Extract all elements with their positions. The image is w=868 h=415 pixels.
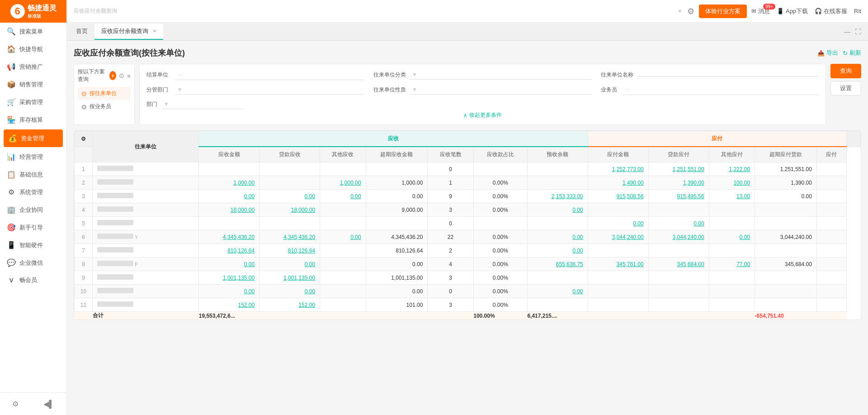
maximize-icon[interactable]: ⛶ xyxy=(855,28,861,35)
cell-ar-amount[interactable]: 4,345,436.20 xyxy=(199,230,259,244)
sidebar-item-inventory[interactable]: 🏪 库存核算 xyxy=(0,111,66,129)
settings-bottom-icon[interactable]: ⚙ xyxy=(10,397,21,410)
add-filter-button[interactable]: + xyxy=(109,71,116,80)
filter-collapse-icon[interactable]: « xyxy=(127,72,131,79)
app-download-button[interactable]: 📱 App下载 xyxy=(777,7,808,15)
cell-ap-amount[interactable] xyxy=(588,244,648,258)
cell-ap-amount[interactable]: 915,508.56 xyxy=(588,190,648,203)
cell-ar-amount[interactable] xyxy=(199,162,259,176)
col-settings-gear[interactable]: ⚙ xyxy=(75,131,93,147)
query-button[interactable]: 查询 xyxy=(830,64,861,78)
sidebar-item-vip[interactable]: V 畅会员 xyxy=(0,272,66,289)
cell-advance[interactable]: 0.00 xyxy=(527,285,588,298)
cell-loan-ar[interactable]: 4,345,436.20 xyxy=(259,230,320,244)
dept-select[interactable]: ▼ xyxy=(161,100,243,109)
sidebar-item-hardware[interactable]: 📱 智能硬件 xyxy=(0,236,66,254)
cell-ap-amount[interactable]: 1,490.00 xyxy=(588,176,648,190)
refresh-button[interactable]: ↻ 刷新 xyxy=(843,49,861,57)
cell-other-ar[interactable]: 0.00 xyxy=(320,230,366,244)
cell-advance[interactable]: 0.00 xyxy=(527,203,588,217)
header-settings-icon[interactable]: ⚙ xyxy=(687,6,694,16)
cell-other-ap[interactable]: 1,222.00 xyxy=(709,162,755,176)
cell-loan-ap[interactable] xyxy=(648,203,709,217)
cell-loan-ar[interactable]: 18,000.00 xyxy=(259,203,320,217)
unit-name-input[interactable] xyxy=(637,73,819,76)
cell-loan-ar[interactable]: 1,001,135.00 xyxy=(259,271,320,285)
filter-by-staff[interactable]: ⊙ 按业务员 xyxy=(78,100,131,113)
cell-other-ar[interactable]: 1,000.00 xyxy=(320,176,366,190)
dropdown-arrow[interactable]: ▼ xyxy=(677,8,683,14)
cell-ar-amount[interactable] xyxy=(199,217,259,230)
cell-ar-amount[interactable]: 810,126.64 xyxy=(199,244,259,258)
cell-advance[interactable]: 0.00 xyxy=(527,244,588,258)
cell-loan-ap[interactable] xyxy=(648,285,709,298)
settings-button[interactable]: 设置 xyxy=(830,81,861,95)
filter-by-unit[interactable]: ⊙ 按往来单位 xyxy=(78,87,131,100)
cell-ap-amount[interactable]: 1,252,773.00 xyxy=(588,162,648,176)
cell-other-ar[interactable] xyxy=(320,217,366,230)
sidebar-item-purchase[interactable]: 🛒 采购管理 xyxy=(0,93,66,111)
cell-other-ap[interactable]: 13.00 xyxy=(709,190,755,203)
cell-ap-amount[interactable]: 0.00 xyxy=(588,217,648,230)
cell-other-ar[interactable] xyxy=(320,203,366,217)
cell-ap-amount[interactable] xyxy=(588,203,648,217)
cell-ar-amount[interactable]: 1,000.00 xyxy=(199,176,259,190)
cell-other-ap[interactable] xyxy=(709,203,755,217)
tab-home[interactable]: 首页 xyxy=(69,24,94,40)
cell-ap-amount[interactable] xyxy=(588,298,648,312)
sidebar-item-finance[interactable]: 💰 资金管理 xyxy=(4,129,63,147)
tab-close-icon[interactable]: ✕ xyxy=(153,29,156,33)
cell-loan-ap[interactable]: 915,495.56 xyxy=(648,190,709,203)
cell-loan-ap[interactable] xyxy=(648,298,709,312)
cell-other-ar[interactable]: 0.00 xyxy=(320,190,366,203)
cell-loan-ap[interactable]: 345,684.00 xyxy=(648,258,709,271)
cell-advance[interactable] xyxy=(527,162,588,176)
cell-other-ap[interactable] xyxy=(709,271,755,285)
cell-other-ar[interactable] xyxy=(320,285,366,298)
sidebar-item-search-menu[interactable]: 🔍 搜索菜单 xyxy=(0,23,66,40)
cell-other-ar[interactable] xyxy=(320,244,366,258)
export-button[interactable]: 📤 导出 xyxy=(817,49,838,57)
cell-advance[interactable] xyxy=(527,176,588,190)
user-info[interactable]: Rit xyxy=(854,8,861,14)
cell-advance[interactable] xyxy=(527,298,588,312)
sidebar-item-wechat[interactable]: 💬 企业微信 xyxy=(0,254,66,272)
cell-other-ar[interactable] xyxy=(320,162,366,176)
minimize-icon[interactable]: — xyxy=(844,28,850,35)
unit-nature-select[interactable]: ▼ xyxy=(410,85,591,95)
cell-other-ap[interactable] xyxy=(709,217,755,230)
cell-ap-amount[interactable]: 345,761.00 xyxy=(588,258,648,271)
tab-ar-ap[interactable]: 应收应付余额查询 ✕ xyxy=(94,24,163,40)
filter-option-edit-icon[interactable]: ⊙ xyxy=(119,72,124,79)
cell-advance[interactable] xyxy=(527,217,588,230)
cell-loan-ap[interactable] xyxy=(648,244,709,258)
cell-other-ar[interactable] xyxy=(320,258,366,271)
cell-ap-amount[interactable] xyxy=(588,285,648,298)
cell-loan-ar[interactable]: 0.00 xyxy=(259,258,320,271)
cell-advance[interactable] xyxy=(527,271,588,285)
cell-ar-amount[interactable]: 152.00 xyxy=(199,298,259,312)
cell-other-ap[interactable]: 100.00 xyxy=(709,176,755,190)
cell-other-ap[interactable] xyxy=(709,285,755,298)
message-button[interactable]: ✉ 消息 99+ xyxy=(751,7,770,15)
cell-ar-amount[interactable]: 0.00 xyxy=(199,285,259,298)
settlement-unit-input[interactable]: ··· xyxy=(175,70,364,80)
online-service-button[interactable]: 🎧 在线客服 xyxy=(815,7,847,15)
cell-ap-amount[interactable] xyxy=(588,271,648,285)
cell-advance[interactable]: 655,636.75 xyxy=(527,258,588,271)
sidebar-item-enterprise[interactable]: 🏢 企业协同 xyxy=(0,201,66,219)
collapse-sidebar-icon[interactable]: ◀▌ xyxy=(41,397,56,410)
cell-loan-ap[interactable]: 1,390.00 xyxy=(648,176,709,190)
dept-manage-select[interactable]: ▼ xyxy=(175,85,364,95)
cell-other-ar[interactable] xyxy=(320,298,366,312)
sidebar-item-marketing[interactable]: 📢 营销推广 xyxy=(0,58,66,76)
sidebar-item-sales[interactable]: 📦 销售管理 xyxy=(0,76,66,93)
sidebar-item-guide[interactable]: 🎯 新手引导 xyxy=(0,219,66,236)
sidebar-item-system[interactable]: ⚙ 系统管理 xyxy=(0,183,66,201)
cell-other-ap[interactable]: 77.00 xyxy=(709,258,755,271)
promo-button[interactable]: 体验行业方案 xyxy=(699,5,747,18)
unit-category-select[interactable]: ▼ xyxy=(410,70,591,80)
cell-ar-amount[interactable]: 0.00 xyxy=(199,190,259,203)
collapse-button[interactable]: ∧ 收起更多条件 xyxy=(463,111,502,119)
cell-loan-ar[interactable] xyxy=(259,162,320,176)
